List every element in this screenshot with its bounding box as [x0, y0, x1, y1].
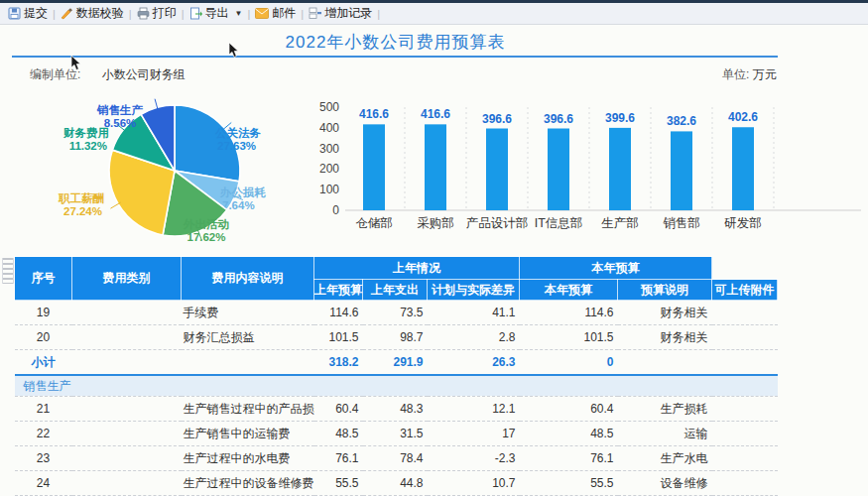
x-axis-category: 研发部: [723, 216, 762, 230]
section-label: 销售生产: [15, 375, 778, 397]
bar-value-label: 399.6: [605, 111, 635, 125]
cell: 12.1: [428, 397, 520, 422]
cell: 20: [15, 325, 72, 350]
print-button[interactable]: 打印: [133, 5, 181, 22]
cell: 76.1: [314, 446, 363, 471]
bar-value-label: 396.6: [482, 112, 512, 126]
add-record-button[interactable]: 增加记录: [305, 5, 376, 22]
bar-采购部: [425, 124, 446, 210]
cell: 财务汇总损益: [182, 325, 314, 350]
cell: 19: [15, 301, 72, 325]
cell: 31.5: [363, 422, 428, 446]
pie-percentage: 8.56%: [104, 117, 137, 129]
cell: 76.1: [520, 446, 618, 471]
unit: 单位: 万元: [722, 66, 777, 83]
mail-icon: [255, 8, 269, 19]
pie-label: 外出活动: [183, 218, 229, 230]
cell: 60.4: [520, 397, 618, 422]
cell: [618, 350, 712, 376]
cell: 生产过程中的水电费: [182, 446, 314, 471]
toolbar: 提交 | 数据校验 | 打印 | 导出 ▼ | 邮件 |: [0, 3, 868, 25]
cell: 17: [428, 422, 520, 446]
cell: [712, 446, 778, 471]
bar-研发部: [732, 127, 754, 210]
title-underline: [12, 56, 778, 58]
cell: [72, 350, 182, 376]
toolbar-separator: |: [301, 8, 304, 20]
x-axis-category: 仓储部: [355, 216, 393, 230]
pie-label: 职工薪酬: [58, 192, 104, 205]
cell: [182, 350, 314, 376]
cell: 生产损耗: [618, 397, 712, 422]
toolbar-separator: |: [377, 8, 380, 20]
cell: [72, 325, 182, 350]
col-header-this-budget: 本年预算: [520, 280, 618, 301]
cell: [72, 422, 182, 446]
bar-value-label: 396.6: [544, 112, 573, 126]
toolbar-separator: |: [129, 8, 132, 20]
toolbar-separator: |: [248, 8, 251, 20]
unit-value: 万元: [753, 67, 777, 81]
cell: 48.5: [520, 422, 618, 446]
bar-value-label: 382.6: [667, 114, 696, 128]
cell: 48.3: [363, 397, 428, 422]
col-header-description: 费用内容说明: [182, 257, 314, 301]
cell: 23: [15, 446, 72, 471]
budget-table: 序号 费用类别 费用内容说明 上年情况 本年预算 上年预算 上年支出 计划与实际…: [14, 256, 778, 496]
col-header-seq: 序号: [15, 257, 72, 301]
x-axis-category: 销售部: [663, 216, 700, 230]
cell: 318.2: [314, 350, 363, 376]
mail-button[interactable]: 邮件: [251, 5, 300, 22]
cell: 0: [520, 350, 618, 376]
cell: [712, 350, 778, 376]
unit-label: 单位:: [722, 67, 749, 81]
x-axis-category: IT信息部: [535, 216, 583, 230]
col-header-last-spend: 上年支出: [363, 280, 428, 301]
y-axis-tick: 200: [319, 162, 339, 176]
pie-chart: 公关法务27.63%办公损耗7.64%外出活动17.62%职工薪酬27.24%财…: [15, 89, 312, 254]
cell: 24: [15, 471, 72, 496]
cell: 26.3: [428, 350, 520, 376]
x-axis-category: 产品设计部: [466, 216, 529, 230]
table-row: 19手续费114.673.541.1114.6财务相关: [15, 301, 778, 325]
submit-button[interactable]: 提交: [4, 5, 52, 22]
cell: [72, 397, 182, 422]
page-title: 2022年小数公司费用预算表: [14, 31, 777, 54]
bar-销售部: [671, 131, 692, 210]
pie-percentage: 27.63%: [217, 140, 256, 152]
y-axis-tick: 500: [319, 100, 339, 114]
chevron-down-icon[interactable]: ▼: [235, 9, 243, 18]
col-header-variance: 计划与实际差异: [428, 280, 520, 301]
bar-生产部: [609, 128, 631, 210]
cell: [712, 422, 778, 446]
bar-chart: 0100200300400500416.6仓储部416.6采购部396.6产品设…: [306, 91, 866, 252]
cell: 101.5: [520, 325, 618, 350]
table-header: 序号 费用类别 费用内容说明 上年情况 本年预算 上年预算 上年支出 计划与实际…: [15, 257, 778, 301]
mail-label: 邮件: [272, 5, 296, 22]
drag-grip-icon[interactable]: [2, 258, 14, 284]
col-header-category: 费用类别: [72, 257, 182, 301]
data-validate-button[interactable]: 数据校验: [57, 5, 128, 22]
section-row: 销售生产: [15, 375, 778, 397]
export-button[interactable]: 导出 ▼: [186, 5, 247, 22]
col-header-attachment: 可上传附件: [712, 280, 778, 301]
cell: 小计: [15, 350, 72, 376]
cell: [72, 301, 182, 325]
cell: 48.5: [314, 422, 363, 446]
cell: 60.4: [314, 397, 363, 422]
col-header-last-budget: 上年预算: [314, 280, 363, 301]
print-label: 打印: [153, 5, 177, 22]
cell: 114.6: [314, 301, 363, 325]
cell: 21: [15, 397, 72, 422]
subtotal-row: 小计318.2291.926.30: [15, 350, 778, 376]
y-axis-tick: 100: [319, 183, 339, 196]
data-validate-label: 数据校验: [76, 5, 124, 22]
prepared-by-value: 小数公司财务组: [102, 67, 186, 81]
y-axis-tick: 300: [319, 142, 339, 156]
header-ghost-cell: [712, 257, 778, 280]
y-axis-tick: 0: [332, 203, 339, 217]
cell: 财务相关: [618, 301, 712, 325]
submit-label: 提交: [24, 5, 48, 22]
export-label: 导出: [205, 5, 229, 22]
cell: 41.1: [428, 301, 520, 325]
